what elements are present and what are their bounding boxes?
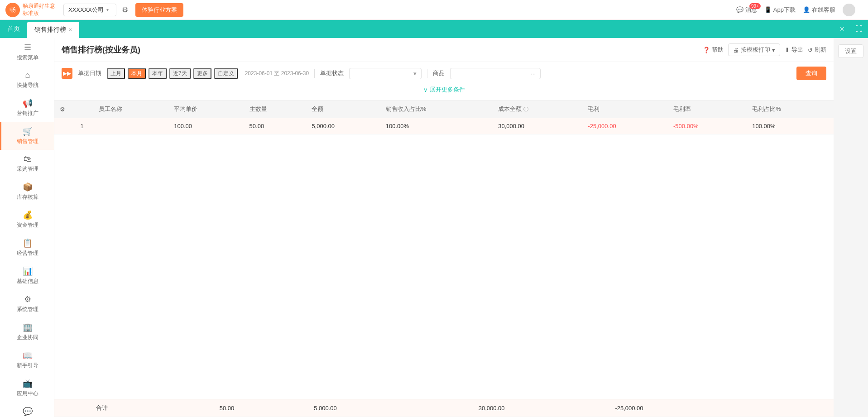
sidebar-item-nav[interactable]: ⌂ 快捷导航: [0, 66, 54, 94]
marketing-icon: 📢: [23, 98, 33, 108]
print-label: 按模板打印: [741, 46, 770, 54]
export-button[interactable]: ⬇ 导出: [785, 46, 803, 54]
company-name: XXXXXX公司: [68, 6, 104, 14]
footer-gross-rate: [753, 399, 793, 417]
tab-home[interactable]: 首页: [0, 20, 27, 38]
sidebar-item-label: 库存核算: [17, 193, 38, 201]
row-cost-total: 30,000.00: [493, 118, 582, 134]
sales-icon: 🛒: [23, 126, 33, 136]
sidebar-item-apps[interactable]: 📺 应用中心: [0, 374, 54, 402]
row-name: [93, 118, 168, 134]
sidebar-item-management[interactable]: 📋 经营管理: [0, 234, 54, 262]
col-avg-price: 平均单价: [168, 101, 244, 118]
logo-icon: 畅: [5, 3, 20, 17]
sidebar-item-system[interactable]: ⚙ 系统管理: [0, 290, 54, 318]
sidebar-item-label: 快捷导航: [17, 81, 38, 89]
sidebar-item-label: 基础信息: [17, 278, 38, 285]
print-button[interactable]: 🖨 按模板打印 ▾: [728, 43, 780, 56]
sidebar-item-label: 系统管理: [17, 306, 38, 313]
table-row: 1 100.00 50.00 5,000.00 100.00% 30,000.0…: [54, 118, 834, 134]
page-title-row: 销售排行榜(按业务员) ❓ 帮助 🖨 按模板打印 ▾ ⬇ 导出: [62, 43, 826, 56]
app-label: App下载: [773, 6, 796, 14]
table-footer: 合计 50.00 5,000.00 30,000.00 -25,000.00: [54, 399, 834, 417]
sidebar-item-inventory[interactable]: 📦 库存核算: [0, 177, 54, 206]
service-icon: 👤: [803, 6, 810, 13]
table-header-row: ⚙ 员工名称 平均单价 主数量 全额 销售收入占比% 成本全额 ⓘ 毛利 毛利率…: [54, 101, 834, 118]
tab-bar-close-icon[interactable]: ×: [834, 24, 850, 34]
company-selector[interactable]: XXXXXX公司 ▾: [63, 4, 116, 16]
sidebar-item-finance[interactable]: 💰 资金管理: [0, 206, 54, 234]
row-sales-pct: 100.00%: [380, 118, 493, 134]
message-button[interactable]: 💬 消息 99+: [736, 6, 757, 14]
date-filter-label: 单据日期: [78, 69, 101, 77]
col-total: 全额: [306, 101, 380, 118]
sidebar-item-label: 搜索菜单: [17, 54, 38, 62]
footer-label: 合计: [91, 399, 174, 417]
sidebar-item-guide[interactable]: 📖 新手引导: [0, 346, 54, 374]
shortcut-more[interactable]: 更多: [193, 68, 211, 79]
content-area: 销售排行榜(按业务员) ❓ 帮助 🖨 按模板打印 ▾ ⬇ 导出: [54, 38, 834, 417]
refresh-button[interactable]: ↺ 刷新: [808, 46, 826, 54]
col-gross-profit: 毛利: [582, 101, 668, 118]
fast-forward-icon[interactable]: ▶▶: [62, 68, 72, 79]
inventory-icon: 📦: [23, 182, 33, 192]
trial-button[interactable]: 体验行业方案: [135, 3, 183, 17]
sidebar-item-search[interactable]: ☰ 搜索菜单: [0, 38, 54, 66]
settings-button[interactable]: 设置: [838, 44, 863, 58]
tab-bar: 首页 销售排行榜 × × ⛶: [0, 20, 868, 38]
footer-table: 合计 50.00 5,000.00 30,000.00 -25,000.00: [54, 399, 834, 417]
expand-chevron-icon: ∨: [423, 86, 428, 93]
basic-icon: 📊: [23, 266, 33, 276]
tab-sales-ranking[interactable]: 销售排行榜 ×: [27, 22, 79, 38]
tab-close-icon[interactable]: ×: [69, 27, 72, 33]
date-range: 2023-06-01 至 2023-06-30: [245, 70, 309, 77]
row-gross-rate: -500.00%: [668, 118, 747, 134]
query-button[interactable]: 查询: [796, 67, 826, 80]
sidebar-item-purchase[interactable]: 🛍 采购管理: [0, 150, 54, 177]
tab-bar-expand-icon[interactable]: ⛶: [850, 25, 868, 33]
shortcut-7days[interactable]: 近7天: [169, 68, 191, 79]
shortcut-last-month[interactable]: 上月: [107, 68, 125, 79]
row-rank: 1: [71, 118, 93, 134]
shortcut-this-month[interactable]: 本月: [128, 68, 146, 79]
status-filter-label: 单据状态: [320, 69, 344, 77]
goods-more-icon: ···: [531, 70, 536, 77]
help-icon: ❓: [703, 47, 710, 53]
guide-icon: 📖: [23, 350, 33, 360]
sidebar-item-weixin[interactable]: 💬 企业微信: [0, 402, 54, 417]
sidebar-item-marketing[interactable]: 📢 营销推广: [0, 94, 54, 122]
sidebar-item-basic[interactable]: 📊 基础信息: [0, 262, 54, 290]
shortcut-this-year[interactable]: 本年: [149, 68, 167, 79]
status-filter-select[interactable]: ▾: [349, 68, 422, 79]
sidebar-item-collab[interactable]: 🏢 企业协同: [0, 318, 54, 346]
table-body: 1 100.00 50.00 5,000.00 100.00% 30,000.0…: [54, 118, 834, 134]
filter-row-1: ▶▶ 单据日期 上月 本月 本年 近7天 更多 自定义 2023-06-01 至…: [62, 67, 826, 80]
avatar[interactable]: [843, 4, 855, 16]
col-gross-rate: 毛利率: [668, 101, 747, 118]
cost-info-icon: ⓘ: [523, 106, 528, 112]
print-icon: 🖨: [733, 47, 739, 53]
sidebar-item-sales[interactable]: 🛒 销售管理: [0, 122, 54, 150]
sidebar-item-label: 销售管理: [17, 138, 38, 145]
row-main-qty: 50.00: [244, 118, 307, 134]
footer-row: 合计 50.00 5,000.00 30,000.00 -25,000.00: [54, 399, 834, 417]
right-panel: 设置: [834, 38, 868, 417]
online-service-button[interactable]: 👤 在线客服: [803, 6, 835, 14]
expand-more-button[interactable]: ∨ 展开更多条件: [423, 86, 465, 94]
help-label: 帮助: [712, 46, 724, 54]
refresh-label: 刷新: [815, 46, 826, 54]
company-chevron-icon: ▾: [106, 7, 109, 12]
filter-area: ▶▶ 单据日期 上月 本月 本年 近7天 更多 自定义 2023-06-01 至…: [54, 62, 834, 101]
col-cost-total: 成本全额 ⓘ: [493, 101, 582, 118]
help-button[interactable]: ❓ 帮助: [703, 46, 724, 54]
management-icon: 📋: [23, 238, 33, 248]
shortcut-custom[interactable]: 自定义: [214, 68, 238, 79]
goods-filter-input[interactable]: ···: [450, 68, 541, 79]
footer-gross-pct: [793, 399, 834, 417]
main-layout: ☰ 搜索菜单 ⌂ 快捷导航 📢 营销推广 🛒 销售管理 🛍 采购管理 📦 库存核…: [0, 38, 868, 417]
app-download-button[interactable]: 📱 App下载: [764, 6, 796, 14]
message-badge: 99+: [749, 3, 761, 9]
expand-label: 展开更多条件: [430, 86, 465, 94]
collab-icon: 🏢: [23, 322, 33, 332]
settings-icon[interactable]: ⚙: [120, 4, 130, 16]
